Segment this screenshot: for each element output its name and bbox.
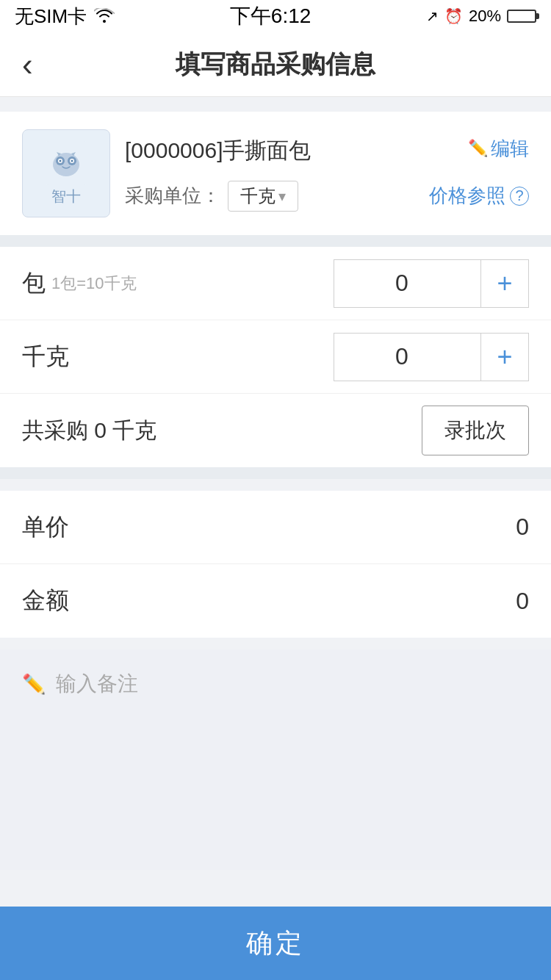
pencil-icon: ✏️ — [22, 673, 46, 696]
location-icon: ↗ — [426, 7, 439, 25]
kg-input-wrap: + — [334, 333, 529, 381]
input-section: 包 1包=10千克 + 千克 + 共采购 0 千克 录批次 — [0, 247, 551, 467]
battery-icon — [507, 10, 536, 23]
bao-input-row: 包 1包=10千克 + — [0, 247, 551, 320]
kg-input-row: 千克 + — [0, 320, 551, 394]
status-left: 无SIM卡 — [15, 4, 115, 29]
edit-button[interactable]: ✏️ 编辑 — [468, 136, 529, 162]
product-card: 智十 [0000006]手撕面包 ✏️ 编辑 采购单位： 千克 ▾ 价格参照 ? — [0, 112, 551, 235]
bao-sublabel: 1包=10千克 — [51, 273, 137, 295]
back-button[interactable]: ‹ — [22, 48, 33, 81]
carrier-label: 无SIM卡 — [15, 4, 87, 29]
svg-point-7 — [71, 159, 73, 162]
unit-price-value: 0 — [516, 514, 529, 541]
notes-input-area[interactable]: ✏️ 输入备注 — [22, 670, 529, 698]
svg-point-6 — [60, 159, 62, 162]
record-batch-button[interactable]: 录批次 — [422, 406, 529, 455]
bao-label: 包 — [22, 267, 46, 300]
product-full-name: [0000006]手撕面包 — [125, 136, 311, 166]
notes-placeholder: 输入备注 — [56, 670, 138, 698]
bao-input[interactable] — [334, 259, 480, 308]
unit-select[interactable]: 千克 ▾ — [228, 181, 298, 212]
bao-input-wrap: + — [334, 259, 529, 308]
price-ref-label: 价格参照 — [429, 183, 505, 209]
bao-plus-button[interactable]: + — [480, 259, 529, 308]
kg-input[interactable] — [334, 333, 480, 381]
unit-label: 采购单位： — [125, 183, 220, 209]
svg-point-1 — [53, 153, 79, 176]
confirm-button[interactable]: 确定 — [0, 907, 551, 980]
unit-value: 千克 — [240, 184, 276, 208]
summary-label: 共采购 0 千克 — [22, 416, 156, 446]
amount-label: 金额 — [22, 585, 69, 617]
product-image: 智十 — [22, 129, 110, 217]
status-right: ↗ ⏰ 20% — [426, 7, 536, 26]
status-time: 下午6:12 — [230, 2, 311, 30]
price-ref-button[interactable]: 价格参照 ? — [429, 183, 529, 209]
edit-icon: ✏️ — [468, 139, 488, 158]
section-divider-1 — [0, 235, 551, 247]
product-unit-row: 采购单位： 千克 ▾ 价格参照 ? — [125, 181, 529, 212]
alarm-icon: ⏰ — [444, 7, 463, 25]
product-thumbnail-icon — [44, 141, 88, 185]
amount-row: 金额 0 — [0, 564, 551, 638]
unit-dropdown-arrow: ▾ — [278, 187, 286, 205]
unit-price-row: 单价 0 — [0, 491, 551, 564]
price-ref-info-icon: ? — [510, 187, 529, 206]
wifi-icon — [94, 5, 115, 28]
product-image-label: 智十 — [51, 187, 81, 206]
unit-price-label: 单价 — [22, 511, 69, 544]
kg-plus-button[interactable]: + — [480, 333, 529, 381]
kg-label: 千克 — [22, 341, 69, 373]
status-bar: 无SIM卡 下午6:12 ↗ ⏰ 20% — [0, 0, 551, 32]
product-info: [0000006]手撕面包 ✏️ 编辑 采购单位： 千克 ▾ 价格参照 ? — [125, 136, 529, 212]
page-title: 填写商品采购信息 — [176, 48, 375, 82]
nav-bar: ‹ 填写商品采购信息 — [0, 32, 551, 97]
section-divider-2 — [0, 467, 551, 479]
notes-section: ✏️ 输入备注 — [0, 649, 551, 870]
battery-percent: 20% — [469, 7, 501, 26]
price-section: 单价 0 金额 0 — [0, 491, 551, 638]
amount-value: 0 — [516, 588, 529, 615]
summary-row: 共采购 0 千克 录批次 — [0, 394, 551, 467]
edit-label: 编辑 — [491, 136, 529, 162]
